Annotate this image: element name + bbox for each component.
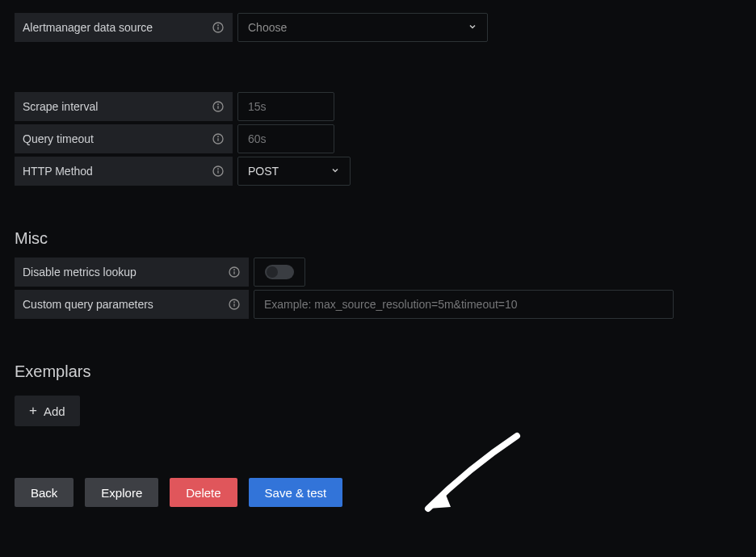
- chevron-down-icon: [330, 165, 340, 178]
- label-text: HTTP Method: [23, 165, 93, 178]
- select-value: Choose: [248, 21, 287, 34]
- delete-button[interactable]: Delete: [170, 478, 237, 507]
- back-button[interactable]: Back: [15, 478, 74, 507]
- disable-metrics-toggle[interactable]: [265, 265, 294, 279]
- custom-query-label: Custom query parameters: [15, 290, 249, 319]
- plus-icon: +: [29, 403, 37, 419]
- info-icon[interactable]: [212, 21, 225, 34]
- svg-point-14: [234, 270, 235, 270]
- footer-buttons: Back Explore Delete Save & test: [15, 478, 741, 507]
- custom-query-input[interactable]: [254, 290, 674, 319]
- scrape-interval-input[interactable]: [237, 92, 334, 121]
- save-test-button[interactable]: Save & test: [249, 478, 343, 507]
- add-button-label: Add: [44, 404, 65, 418]
- label-text: Alertmanager data source: [23, 21, 153, 34]
- svg-point-5: [218, 104, 219, 105]
- disable-metrics-toggle-wrap: [254, 258, 305, 287]
- misc-section-title: Misc: [15, 229, 741, 248]
- chevron-down-icon: [468, 21, 477, 34]
- exemplars-section-title: Exemplars: [15, 362, 741, 381]
- select-value: POST: [248, 165, 279, 178]
- http-method-select[interactable]: POST: [237, 157, 351, 186]
- http-method-label: HTTP Method: [15, 157, 233, 186]
- disable-metrics-label: Disable metrics lookup: [15, 258, 249, 287]
- label-text: Query timeout: [23, 132, 94, 145]
- info-icon[interactable]: [212, 165, 225, 178]
- info-icon[interactable]: [212, 132, 225, 145]
- alertmanager-select[interactable]: Choose: [237, 13, 488, 42]
- alertmanager-label: Alertmanager data source: [15, 13, 233, 42]
- explore-button[interactable]: Explore: [85, 478, 158, 507]
- query-timeout-label: Query timeout: [15, 124, 233, 153]
- annotation-arrow: [404, 428, 533, 525]
- label-text: Scrape interval: [23, 100, 98, 113]
- scrape-interval-label: Scrape interval: [15, 92, 233, 121]
- svg-point-17: [234, 302, 235, 303]
- query-timeout-input[interactable]: [237, 124, 334, 153]
- label-text: Custom query parameters: [23, 298, 153, 311]
- svg-point-8: [218, 136, 219, 137]
- info-icon[interactable]: [228, 298, 241, 311]
- info-icon[interactable]: [228, 266, 241, 278]
- info-icon[interactable]: [212, 100, 225, 113]
- svg-point-2: [218, 25, 219, 26]
- svg-point-11: [218, 169, 219, 170]
- label-text: Disable metrics lookup: [23, 266, 136, 278]
- add-exemplar-button[interactable]: + Add: [15, 396, 80, 426]
